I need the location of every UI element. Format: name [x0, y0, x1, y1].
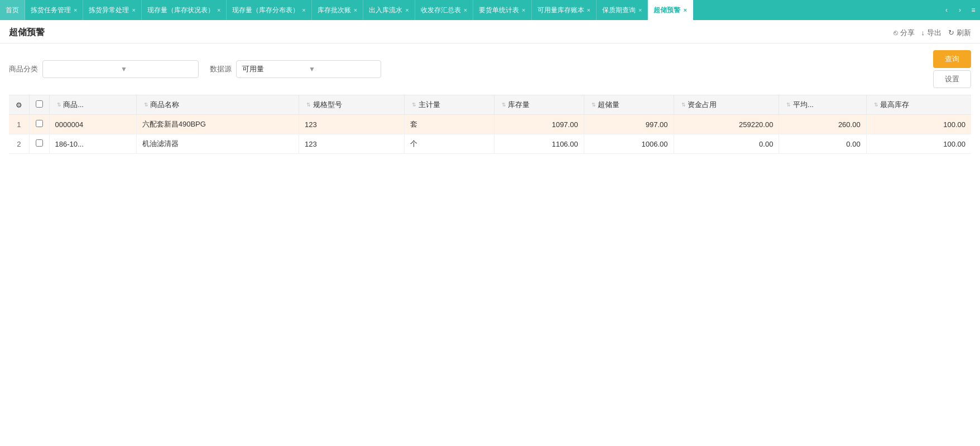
- nav-item-overstock-warning[interactable]: 超储预警 ×: [648, 0, 693, 20]
- export-button[interactable]: ↓ 导出: [921, 28, 942, 38]
- row-checkbox[interactable]: [36, 120, 43, 127]
- product-code-cell: 0000004: [49, 115, 136, 134]
- refresh-button[interactable]: ↻ 刷新: [948, 28, 971, 38]
- overstock-table: ⚙ ⇅ 商品... ⇅ 商品名称 ⇅ 规格型号: [9, 95, 971, 154]
- table-row: 2 186-10... 机油滤清器 123 个 1106.00 1006.00 …: [9, 134, 971, 154]
- nav-item-inventory-status[interactable]: 现存量（库存状况表） ×: [142, 0, 227, 20]
- nav-item-order-stats[interactable]: 要货单统计表 ×: [473, 0, 531, 20]
- category-select[interactable]: ▼: [42, 60, 199, 78]
- avg-cell: 260.00: [779, 115, 866, 134]
- table-row: 1 0000004 六配套新昌490BPG 123 套 1097.00 997.…: [9, 115, 971, 134]
- product-name-cell: 机油滤清器: [136, 134, 299, 154]
- th-gear: ⚙: [9, 95, 29, 115]
- sort-icon: ⇅: [306, 103, 311, 108]
- chevron-down-icon: ▼: [121, 65, 193, 73]
- max-inv-cell: 100.00: [866, 134, 971, 154]
- datasource-label: 数据源: [210, 64, 232, 74]
- th-check: [29, 95, 49, 115]
- export-icon: ↓: [921, 28, 925, 37]
- th-spec: ⇅ 规格型号: [299, 95, 405, 115]
- product-code-cell: 186-10...: [49, 134, 136, 154]
- max-inv-cell: 100.00: [866, 115, 971, 134]
- share-button[interactable]: ⎋ 分享: [893, 28, 915, 38]
- close-icon[interactable]: ×: [217, 7, 220, 13]
- close-icon[interactable]: ×: [464, 7, 467, 13]
- capital-occ-cell: 0.00: [674, 134, 779, 154]
- datasource-select[interactable]: 可用量 ▼: [236, 60, 381, 78]
- unit-cell: 个: [404, 134, 494, 154]
- avg-cell: 0.00: [779, 134, 866, 154]
- nav-item-available-account[interactable]: 可用量库存账本 ×: [532, 0, 597, 20]
- page-header: 超储预警 ⎋ 分享 ↓ 导出 ↻ 刷新: [0, 20, 980, 43]
- sort-icon: ⇅: [57, 103, 61, 108]
- nav-item-task-mgmt[interactable]: 拣货任务管理 ×: [25, 0, 83, 20]
- close-icon[interactable]: ×: [354, 7, 357, 13]
- data-table-container: ⚙ ⇅ 商品... ⇅ 商品名称 ⇅ 规格型号: [0, 95, 980, 154]
- nav-item-quality-check[interactable]: 保质期查询 ×: [597, 0, 648, 20]
- row-checkbox-cell: [29, 134, 49, 154]
- th-product-code: ⇅ 商品...: [49, 95, 136, 115]
- close-icon[interactable]: ×: [683, 7, 686, 13]
- nav-item-batch-account[interactable]: 库存批次账 ×: [312, 0, 363, 20]
- page-title: 超储预警: [9, 27, 45, 38]
- share-icon: ⎋: [893, 28, 898, 37]
- unit-cell: 套: [404, 115, 494, 134]
- refresh-icon: ↻: [948, 28, 954, 37]
- nav-more-button[interactable]: ≡: [967, 0, 980, 20]
- th-product-name: ⇅ 商品名称: [136, 95, 299, 115]
- settings-button[interactable]: 设置: [933, 70, 971, 88]
- close-icon[interactable]: ×: [302, 7, 305, 13]
- th-avg: ⇅ 平均...: [779, 95, 866, 115]
- capital-occ-cell: 259220.00: [674, 115, 779, 134]
- overstock-cell: 1006.00: [584, 134, 674, 154]
- row-num: 1: [9, 115, 29, 134]
- sort-icon: ⇅: [502, 103, 506, 108]
- category-label: 商品分类: [9, 64, 38, 74]
- th-inventory: ⇅ 库存量: [494, 95, 584, 115]
- th-capital-occ: ⇅ 资金占用: [674, 95, 779, 115]
- th-overstock: ⇅ 超储量: [584, 95, 674, 115]
- gear-icon[interactable]: ⚙: [16, 101, 22, 109]
- close-icon[interactable]: ×: [587, 7, 590, 13]
- chevron-down-icon: ▼: [309, 65, 375, 73]
- query-button[interactable]: 查询: [933, 50, 971, 68]
- sort-icon: ⇅: [786, 103, 791, 108]
- filter-buttons: 查询 设置: [933, 50, 971, 88]
- inventory-cell: 1097.00: [494, 115, 584, 134]
- sort-icon: ⇅: [592, 103, 596, 108]
- page-actions: ⎋ 分享 ↓ 导出 ↻ 刷新: [893, 28, 972, 38]
- nav-next-button[interactable]: ›: [953, 0, 967, 20]
- inventory-cell: 1106.00: [494, 134, 584, 154]
- sort-icon: ⇅: [874, 103, 878, 108]
- sort-icon: ⇅: [144, 103, 148, 108]
- product-name-cell: 六配套新昌490BPG: [136, 115, 299, 134]
- close-icon[interactable]: ×: [74, 7, 77, 13]
- nav-prev-button[interactable]: ‹: [940, 0, 953, 20]
- nav-item-collection-summary[interactable]: 收发存汇总表 ×: [415, 0, 473, 20]
- filter-area: 商品分类 ▼ 数据源 可用量 ▼ 查询 设置: [0, 43, 980, 95]
- th-unit: ⇅ 主计量: [404, 95, 494, 115]
- row-checkbox[interactable]: [36, 139, 43, 147]
- close-icon[interactable]: ×: [638, 7, 642, 13]
- close-icon[interactable]: ×: [132, 7, 135, 13]
- spec-cell: 123: [299, 115, 405, 134]
- row-checkbox-cell: [29, 115, 49, 134]
- spec-cell: 123: [299, 134, 405, 154]
- nav-item-home[interactable]: 首页: [0, 0, 25, 20]
- nav-item-inventory-dist[interactable]: 现存量（库存分布表） ×: [227, 0, 311, 20]
- overstock-cell: 997.00: [584, 115, 674, 134]
- close-icon[interactable]: ×: [405, 7, 409, 13]
- row-num: 2: [9, 134, 29, 154]
- top-navigation: 首页 拣货任务管理 × 拣货异常处理 × 现存量（库存状况表） × 现存量（库存…: [0, 0, 980, 20]
- datasource-filter-group: 数据源 可用量 ▼: [210, 60, 381, 78]
- nav-item-abnormal[interactable]: 拣货异常处理 ×: [83, 0, 141, 20]
- page-container: 超储预警 ⎋ 分享 ↓ 导出 ↻ 刷新 商品分类 ▼ 数据源: [0, 20, 980, 446]
- sort-icon: ⇅: [681, 103, 686, 108]
- nav-arrows: ‹ › ≡: [940, 0, 980, 20]
- th-max-inv: ⇅ 最高库存: [866, 95, 971, 115]
- category-filter-group: 商品分类 ▼: [9, 60, 199, 78]
- sort-icon: ⇅: [412, 103, 416, 108]
- select-all-checkbox[interactable]: [36, 100, 43, 108]
- nav-item-inout-flow[interactable]: 出入库流水 ×: [363, 0, 415, 20]
- close-icon[interactable]: ×: [522, 7, 525, 13]
